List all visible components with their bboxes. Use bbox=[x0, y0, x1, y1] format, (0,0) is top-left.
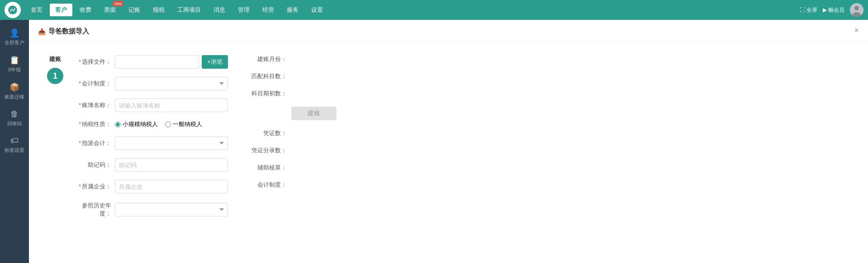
user-avatar[interactable] bbox=[850, 3, 863, 17]
accountant-label: *指派会计： bbox=[75, 139, 111, 147]
file-label: *选择文件： bbox=[75, 58, 111, 66]
right-accounting-label: 会计制度： bbox=[246, 181, 287, 189]
build-btn-container: 建账 bbox=[246, 107, 373, 120]
nav-menu: 首页 客户 收费 票据 new 记账 报税 工商项目 消息 管理 经营 服务 设… bbox=[25, 4, 800, 16]
step-section: 建账 1 bbox=[47, 55, 68, 84]
sidebar-item-tag-settings[interactable]: 🏷 标签设置 bbox=[1, 132, 28, 157]
sidebar-item-recycle-bin[interactable]: 🗑 回收站 bbox=[1, 106, 28, 131]
zero-declaration-icon: 📋 bbox=[9, 55, 19, 65]
file-input[interactable] bbox=[115, 55, 199, 69]
page-title: 导爸数据导入 bbox=[48, 27, 89, 36]
company-label: *所属企业： bbox=[75, 183, 111, 191]
tax-nature-radio-group: 小规模纳税人 一般纳税人 bbox=[115, 120, 228, 128]
history-year-select[interactable] bbox=[115, 203, 228, 216]
radio-small-scale[interactable]: 小规模纳税人 bbox=[115, 120, 158, 128]
nav-invoice[interactable]: 票据 new bbox=[99, 4, 121, 16]
memo-code-row: 助记码： bbox=[75, 158, 228, 172]
nav-manage[interactable]: 管理 bbox=[232, 4, 255, 16]
left-form: *选择文件： +浏览 *会计制度： bbox=[75, 55, 228, 226]
build-account-button[interactable]: 建账 bbox=[291, 107, 337, 120]
accounting-select[interactable] bbox=[115, 77, 228, 90]
nav-home[interactable]: 首页 bbox=[25, 4, 48, 16]
file-row: *选择文件： +浏览 bbox=[75, 55, 228, 69]
step-badge: 1 bbox=[47, 68, 63, 84]
nav-message[interactable]: 消息 bbox=[208, 4, 231, 16]
form-area: 建账 1 *选择文件： +浏览 bbox=[29, 42, 868, 235]
accountant-select[interactable] bbox=[115, 136, 228, 150]
nav-settings[interactable]: 设置 bbox=[306, 4, 328, 16]
tax-nature-label: *纳税性质： bbox=[75, 120, 111, 128]
build-month-label: 建账月份： bbox=[246, 55, 287, 63]
top-navigation: 首页 客户 收费 票据 new 记账 报税 工商项目 消息 管理 经营 服务 设… bbox=[0, 0, 868, 20]
app-logo[interactable] bbox=[5, 2, 21, 18]
account-migration-icon: 📦 bbox=[9, 82, 19, 92]
svg-point-2 bbox=[854, 6, 859, 10]
accounting-label: *会计制度： bbox=[75, 80, 111, 88]
nav-fee[interactable]: 收费 bbox=[74, 4, 97, 16]
subject-init-label: 科目期初数： bbox=[246, 89, 287, 98]
recycle-bin-icon: 🗑 bbox=[10, 109, 19, 119]
sidebar-item-account-migration[interactable]: 📦 账套迁移 bbox=[1, 79, 28, 104]
fullscreen-button[interactable]: ⛶ 全屏 bbox=[800, 6, 817, 14]
build-month-row: 建账月份： bbox=[246, 55, 373, 63]
main-layout: 👤 全部客户 📋 0申报 📦 账套迁移 🗑 回收站 🏷 标签设置 📥 导爸数据导… bbox=[0, 20, 868, 263]
aux-account-row: 辅助核算： bbox=[246, 164, 373, 172]
nav-business[interactable]: 工商项目 bbox=[172, 4, 206, 16]
nav-right-actions: ⛶ 全屏 ▶ 畅会员 bbox=[800, 3, 863, 17]
all-customers-icon: 👤 bbox=[9, 28, 19, 38]
voucher-count-row: 凭证数： bbox=[246, 129, 373, 137]
step-form-section: 建账 1 *选择文件： +浏览 bbox=[47, 55, 228, 226]
sidebar: 👤 全部客户 📋 0申报 📦 账套迁移 🗑 回收站 🏷 标签设置 bbox=[0, 20, 29, 263]
voucher-record-label: 凭证分录数： bbox=[246, 146, 287, 155]
new-badge: new bbox=[113, 1, 123, 6]
import-icon: 📥 bbox=[38, 28, 46, 35]
page-header: 📥 导爸数据导入 × bbox=[29, 20, 868, 42]
ledger-name-label: *账簿名称： bbox=[75, 101, 111, 109]
radio-general[interactable]: 一般纳税人 bbox=[165, 120, 202, 128]
voucher-record-row: 凭证分录数： bbox=[246, 146, 373, 155]
fullscreen-icon: ⛶ bbox=[800, 7, 805, 13]
match-subject-label: 匹配科目数： bbox=[246, 72, 287, 80]
member-button[interactable]: ▶ 畅会员 bbox=[823, 6, 844, 14]
match-subject-row: 匹配科目数： bbox=[246, 72, 373, 80]
memo-code-input[interactable] bbox=[115, 158, 228, 172]
tag-settings-icon: 🏷 bbox=[10, 136, 19, 146]
history-year-row: 参照历史年度： bbox=[75, 202, 228, 218]
history-year-label: 参照历史年度： bbox=[75, 202, 111, 218]
right-info-panel: 建账月份： 匹配科目数： 科目期初数： 建账 bbox=[246, 55, 373, 226]
voucher-count-label: 凭证数： bbox=[246, 129, 287, 137]
nav-customer[interactable]: 客户 bbox=[50, 4, 72, 16]
accountant-row: *指派会计： bbox=[75, 136, 228, 150]
main-content: 📥 导爸数据导入 × 建账 1 bbox=[29, 20, 868, 263]
company-row: *所属企业： bbox=[75, 180, 228, 193]
nav-tax[interactable]: 报税 bbox=[147, 4, 170, 16]
right-accounting-row: 会计制度： bbox=[246, 181, 373, 189]
browse-button[interactable]: +浏览 bbox=[202, 55, 228, 69]
sidebar-item-zero-declaration[interactable]: 📋 0申报 bbox=[1, 52, 28, 77]
company-input[interactable] bbox=[115, 180, 228, 193]
memo-code-label: 助记码： bbox=[75, 161, 111, 169]
accounting-row: *会计制度： bbox=[75, 77, 228, 90]
ledger-name-row: *账簿名称： bbox=[75, 99, 228, 112]
close-button[interactable]: × bbox=[854, 26, 859, 34]
member-icon: ▶ bbox=[823, 7, 827, 13]
file-input-group: +浏览 bbox=[115, 55, 228, 69]
tax-nature-row: *纳税性质： 小规模纳税人 一般纳税人 bbox=[75, 120, 228, 128]
aux-account-label: 辅助核算： bbox=[246, 164, 287, 172]
import-panel: 📥 导爸数据导入 × 建账 1 bbox=[29, 20, 868, 263]
nav-service[interactable]: 服务 bbox=[281, 4, 304, 16]
sidebar-item-all-customers[interactable]: 👤 全部客户 bbox=[1, 24, 28, 50]
nav-bookkeeping[interactable]: 记账 bbox=[123, 4, 146, 16]
nav-operation[interactable]: 经营 bbox=[257, 4, 280, 16]
subject-init-row: 科目期初数： bbox=[246, 89, 373, 98]
ledger-name-input[interactable] bbox=[115, 99, 228, 112]
